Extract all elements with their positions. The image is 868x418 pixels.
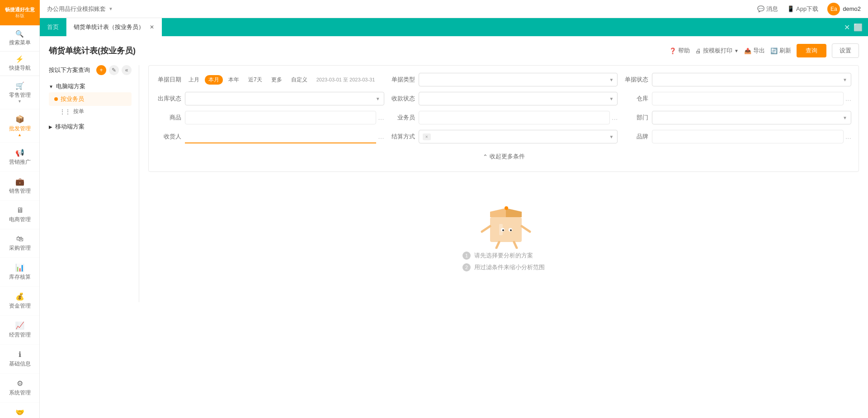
- tab-home[interactable]: 首页: [40, 18, 66, 36]
- app-version: 标版: [15, 13, 24, 19]
- ecommerce-label: 电商管理: [9, 216, 31, 223]
- app-selector[interactable]: 办公用品行业模拟账套 ▼: [47, 5, 113, 13]
- sidebar-item-sales[interactable]: 💼 销售管理: [0, 172, 39, 201]
- system-label: 系统管理: [9, 389, 31, 397]
- svg-line-10: [482, 226, 490, 232]
- salesperson-input[interactable]: [419, 111, 610, 124]
- pc-group-arrow-icon: ▼: [49, 84, 53, 89]
- goods-input[interactable]: [185, 111, 376, 124]
- payment-tag-close-button[interactable]: ×: [425, 134, 428, 139]
- tab-close-all-button[interactable]: ✕: [844, 23, 850, 32]
- query-button[interactable]: 查询: [797, 44, 826, 57]
- goods-dots-button[interactable]: ...: [378, 114, 384, 122]
- svg-marker-1: [490, 208, 506, 217]
- sidebar-item-system[interactable]: ⚙ 系统管理: [0, 374, 39, 403]
- sidebar-item-marketing[interactable]: 📢 营销推广: [0, 143, 39, 172]
- tab-close-button[interactable]: ✕: [150, 24, 154, 30]
- finance-icon: 💰: [15, 292, 24, 301]
- svg-line-11: [522, 226, 530, 232]
- tab-bar-actions: ✕ ⬜: [844, 23, 868, 32]
- sidebar-item-finance[interactable]: 💰 资金管理: [0, 287, 39, 316]
- date-tab-7days[interactable]: 近7天: [245, 75, 266, 85]
- scheme-item-by-salesperson[interactable]: 按业务员: [49, 92, 132, 106]
- department-control[interactable]: ▼: [652, 111, 851, 124]
- brand-control: ...: [652, 130, 851, 143]
- pay-status-control[interactable]: ▼: [419, 92, 618, 105]
- sidebar-item-purchase[interactable]: 🛍 采购管理: [0, 229, 39, 258]
- message-button[interactable]: 💬 消息: [757, 5, 778, 13]
- sidebar-item-basic[interactable]: ℹ 基础信息: [0, 345, 39, 374]
- date-tab-more[interactable]: 更多: [268, 75, 286, 85]
- sidebar-item-wholesale[interactable]: 📦 批发管理 ▲: [0, 109, 39, 143]
- receiver-input[interactable]: [185, 130, 376, 143]
- sidebar-item-business[interactable]: 📈 经营管理: [0, 316, 39, 345]
- collapse-conditions-button[interactable]: ⌃ 收起更多条件: [156, 149, 851, 164]
- date-tab-this-year[interactable]: 本年: [225, 75, 243, 85]
- retail-icon: 🛒: [15, 81, 24, 90]
- page-title-bar: 销货单统计表(按业务员) ❓ 帮助 🖨 按模板打印 ▼ 📤 导出: [49, 43, 859, 58]
- sidebar-item-inventory[interactable]: 📊 库存核算: [0, 258, 39, 287]
- pay-status-select[interactable]: ▼: [419, 92, 618, 105]
- inventory-icon: 📊: [15, 263, 24, 272]
- order-scheme-icon: ⋮⋮: [60, 109, 71, 115]
- hint-num-2: 2: [462, 263, 471, 271]
- help-button[interactable]: ❓ 帮助: [669, 47, 690, 55]
- out-status-select[interactable]: ▼: [185, 92, 384, 105]
- empty-hint-1: 1 请先选择要分析的方案: [462, 252, 545, 260]
- salesperson-dots-button[interactable]: ...: [612, 114, 618, 122]
- print-button[interactable]: 🖨 按模板打印 ▼: [695, 47, 739, 55]
- brand-dots-button[interactable]: ...: [845, 133, 851, 141]
- system-icon: ⚙: [17, 379, 23, 388]
- sidebar-item-retail[interactable]: 🛒 零售管理 ▼: [0, 76, 39, 109]
- out-status-control[interactable]: ▼: [185, 92, 384, 105]
- warehouse-dots-button[interactable]: ...: [845, 95, 851, 103]
- brand-input[interactable]: [652, 130, 843, 143]
- date-tab-this-month[interactable]: 本月: [205, 75, 223, 85]
- date-field: 单据日期 上月 本月 本年 近7天 更多 自定义: [156, 75, 384, 85]
- doc-type-control[interactable]: ▼: [419, 73, 618, 86]
- goods-label: 商品: [156, 114, 181, 122]
- out-status-field: 出库状态 ▼: [156, 92, 384, 105]
- sidebar-item-shortcut[interactable]: ⚡ 快捷导航: [0, 52, 39, 76]
- payment-field: 结算方式 × ▼: [390, 130, 618, 143]
- edit-scheme-button[interactable]: ✎: [109, 65, 119, 75]
- svg-marker-2: [506, 208, 522, 217]
- department-select[interactable]: ▼: [652, 111, 851, 124]
- mobile-scheme-group-label[interactable]: ▶ 移动端方案: [49, 121, 132, 133]
- filter-form: 单据日期 上月 本月 本年 近7天 更多 自定义: [139, 65, 859, 302]
- sidebar-item-search[interactable]: 🔍 搜索菜单: [0, 25, 39, 52]
- sidebar-item-ecommerce[interactable]: 🖥 电商管理: [0, 201, 39, 229]
- filter-row-4: 收货人 ... 结算方式: [156, 130, 851, 143]
- pc-group-label: 电脑端方案: [56, 82, 85, 90]
- collapse-sidebar-button[interactable]: «: [122, 65, 132, 75]
- content-area: 销货单统计表(按业务员) ❓ 帮助 🖨 按模板打印 ▼ 📤 导出: [40, 36, 868, 418]
- svg-rect-0: [490, 217, 522, 242]
- scheme-item-by-order[interactable]: ⋮⋮ 按单: [49, 106, 132, 117]
- goods-field: 商品 ...: [156, 111, 384, 124]
- tab-sales-stat[interactable]: 销货单统计表（按业务员） ✕: [66, 18, 162, 36]
- tab-maximize-button[interactable]: ⬜: [854, 23, 863, 32]
- user-profile[interactable]: Ea demo2: [827, 3, 861, 15]
- export-button[interactable]: 📤 导出: [744, 47, 765, 55]
- refresh-button[interactable]: 🔄 刷新: [770, 47, 791, 55]
- marketing-icon: 📢: [15, 148, 24, 157]
- payment-control[interactable]: × ▼: [419, 130, 618, 143]
- basic-icon: ℹ: [19, 350, 21, 359]
- pc-scheme-group-label[interactable]: ▼ 电脑端方案: [49, 81, 132, 92]
- settings-button[interactable]: 设置: [832, 43, 859, 58]
- pay-status-label: 收款状态: [390, 95, 415, 103]
- receiver-dots-button[interactable]: ...: [378, 133, 384, 141]
- export-icon: 📤: [744, 48, 751, 54]
- sidebar-item-collab[interactable]: 🤝 企业协同: [0, 403, 39, 418]
- svg-point-9: [505, 206, 508, 210]
- doc-type-select[interactable]: ▼: [419, 73, 618, 86]
- salesperson-label: 业务员: [390, 114, 415, 122]
- date-tab-custom[interactable]: 自定义: [288, 75, 311, 85]
- doc-status-select[interactable]: ▼: [652, 73, 851, 86]
- add-scheme-button[interactable]: +: [96, 65, 106, 75]
- date-tab-last-month[interactable]: 上月: [185, 75, 203, 85]
- warehouse-input[interactable]: [652, 92, 843, 105]
- app-download-button[interactable]: 📱 App下载: [787, 5, 818, 13]
- export-label: 导出: [753, 47, 765, 55]
- doc-status-control[interactable]: ▼: [652, 73, 851, 86]
